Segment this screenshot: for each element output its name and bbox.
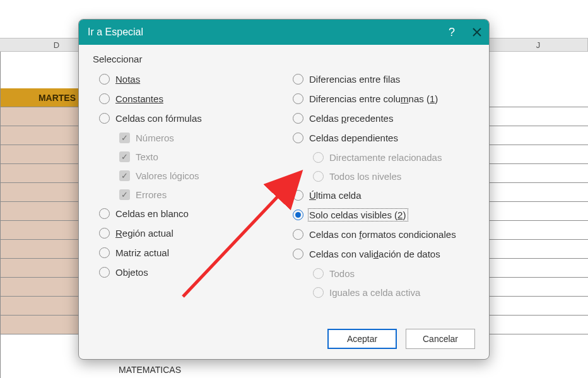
radio-selected-icon <box>293 210 303 220</box>
option-notas[interactable]: Notas <box>93 69 281 89</box>
sub-directamente: Directamente relacionadas <box>286 148 475 167</box>
check-errores: Errores <box>93 185 281 204</box>
check-texto: Texto <box>93 147 281 166</box>
cell-matematicas[interactable]: MATEMATICAS <box>114 362 303 378</box>
option-dif-filas[interactable]: Diferencias entre filas <box>286 69 475 89</box>
option-formatos-cond[interactable]: Celdas con formatos condicionales <box>286 225 475 244</box>
option-dependientes[interactable]: Celdas dependientes <box>286 128 475 148</box>
dialog-title: Ir a Especial <box>88 27 143 38</box>
go-to-special-dialog: Ir a Especial ? Seleccionar Notas Consta… <box>78 19 490 360</box>
options-left: Notas Constantes Celdas con fórmulas Núm… <box>93 69 281 302</box>
option-region[interactable]: Región actual <box>93 223 281 243</box>
options-right: Diferencias entre filas Diferencias entr… <box>286 69 475 302</box>
sub-todos-niveles: Todos los niveles <box>286 167 475 186</box>
close-button[interactable] <box>471 27 483 38</box>
option-blanco[interactable]: Celdas en blanco <box>93 204 281 223</box>
checkbox-icon <box>119 189 130 200</box>
option-formulas[interactable]: Celdas con fórmulas <box>93 109 281 128</box>
checkbox-icon <box>119 151 130 162</box>
cancel-button[interactable]: Cancelar <box>406 329 475 349</box>
check-logicos: Valores lógicos <box>93 166 281 185</box>
check-numeros: Números <box>93 128 281 147</box>
option-visible-cells[interactable]: Solo celdas visibles (2) <box>286 205 475 225</box>
option-constantes[interactable]: Constantes <box>93 89 281 109</box>
checkbox-icon <box>119 133 130 143</box>
option-matriz[interactable]: Matriz actual <box>93 243 281 263</box>
close-icon <box>471 27 483 38</box>
help-button[interactable]: ? <box>449 26 455 39</box>
col-header-j[interactable]: J <box>489 38 588 51</box>
option-ultima-celda[interactable]: Última celda <box>286 186 475 205</box>
option-dif-columnas[interactable]: Diferencias entre columnas (1) <box>286 89 475 109</box>
ok-button[interactable]: Aceptar <box>327 329 397 349</box>
sub-todos: Todos <box>286 264 475 283</box>
checkbox-icon <box>119 170 130 181</box>
option-validacion[interactable]: Celdas con validación de datos <box>286 244 475 264</box>
sub-iguales: Iguales a celda activa <box>286 283 475 302</box>
option-objetos[interactable]: Objetos <box>93 263 281 282</box>
dialog-titlebar: Ir a Especial ? <box>79 20 489 45</box>
option-precedentes[interactable]: Celdas precedentes <box>286 109 475 128</box>
group-label: Seleccionar <box>93 54 475 64</box>
